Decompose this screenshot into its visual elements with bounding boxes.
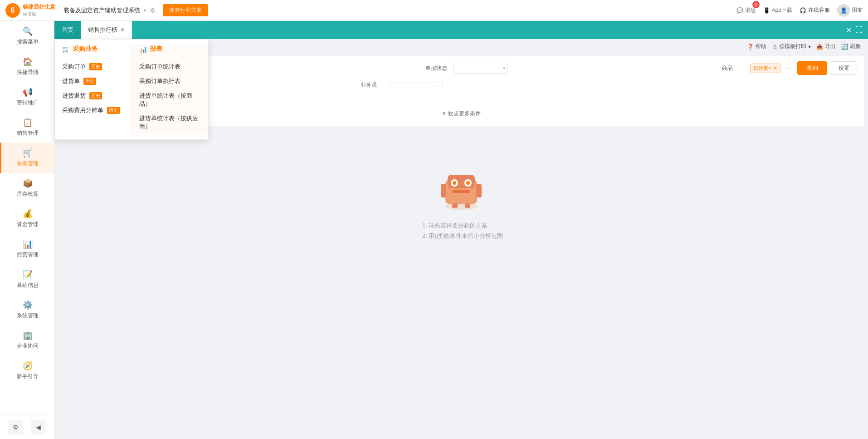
sidebar-item-quick-nav[interactable]: 🏠 快捷导航 bbox=[0, 51, 54, 82]
settings-bottom-btn[interactable]: ⚙ bbox=[9, 420, 23, 434]
svg-rect-8 bbox=[441, 184, 446, 197]
settings-icon[interactable]: ⚙ bbox=[150, 7, 156, 14]
dropdown-item-purchase-order[interactable]: 采购订单 历史 bbox=[62, 59, 124, 74]
settings-btn[interactable]: 设置 bbox=[831, 61, 857, 75]
dropdown-menu: 🛒 采购业务 采购订单 历史 进货单 历史 进货退货 历史 采购费用分摊单 历史 bbox=[54, 39, 209, 140]
sidebar-item-basic[interactable]: 📝 基础信息 bbox=[0, 264, 54, 295]
dropdown-arrow-icon[interactable]: ▾ bbox=[144, 8, 146, 13]
sidebar-label-sales: 销售管理 bbox=[17, 129, 39, 137]
print-template-btn[interactable]: 🖨 按模板打印 ▾ bbox=[772, 43, 811, 50]
collapse-btn[interactable]: ◀ bbox=[31, 420, 45, 434]
sidebar-item-search[interactable]: 🔍 搜索菜单 bbox=[0, 21, 54, 51]
history-badge-purchase-order: 历史 bbox=[89, 63, 102, 70]
voucher-status-select-wrapper: ▾ bbox=[454, 63, 508, 74]
history-badge-stock-in: 历史 bbox=[83, 78, 96, 85]
export-btn[interactable]: 📤 导出 bbox=[816, 43, 836, 50]
user-item[interactable]: 👤 用友 bbox=[837, 4, 863, 17]
dropdown-item-stock-in-stat-supplier[interactable]: 进货单统计表（按供应商） bbox=[139, 111, 201, 134]
search-icon: 🔍 bbox=[23, 26, 33, 36]
notification-item[interactable]: 💬 消息 6 bbox=[736, 6, 756, 14]
sidebar-item-stock[interactable]: 📦 库存核算 bbox=[0, 173, 54, 203]
sidebar-label-search: 搜索菜单 bbox=[17, 38, 39, 46]
top-right: 💬 消息 6 📱 App下载 🎧 在线客服 👤 用友 bbox=[736, 4, 863, 17]
sidebar-item-marketing[interactable]: 📢 营销推广 bbox=[0, 82, 54, 112]
history-badge-stock-return: 历史 bbox=[89, 92, 102, 99]
voucher-status-label: 单据状态 bbox=[425, 64, 448, 72]
goods-dots[interactable]: ··· bbox=[786, 64, 792, 72]
tab-close-btn[interactable]: ✕ bbox=[846, 26, 852, 35]
sidebar-item-system[interactable]: ⚙️ 系统管理 bbox=[0, 295, 54, 325]
dropdown-item-purchase-order-stat[interactable]: 采购订单统计表 bbox=[139, 59, 201, 74]
marketing-icon: 📢 bbox=[23, 87, 33, 97]
sidebar-label-system: 系统管理 bbox=[17, 312, 39, 320]
enterprise-icon: 🏢 bbox=[23, 330, 33, 340]
app-download-item[interactable]: 📱 App下载 bbox=[763, 6, 792, 14]
stock-in-label: 进货单 bbox=[62, 77, 80, 85]
sidebar-label-stock: 库存核算 bbox=[17, 190, 39, 198]
top-bar: 6 畅捷通好生意 标准版 装备及固定资产辅助管理系统 ▾ ⚙ 体验行业方案 💬 … bbox=[0, 0, 868, 21]
dropdown-item-stock-in[interactable]: 进货单 历史 bbox=[62, 74, 124, 89]
empty-hint-2: 用[过滤]条件来缩小分析范围 bbox=[429, 231, 502, 241]
dropdown-item-stock-return[interactable]: 进货退货 历史 bbox=[62, 89, 124, 103]
sidebar-label-enterprise: 企业协同 bbox=[17, 342, 39, 350]
online-service-item[interactable]: 🎧 在线客服 bbox=[800, 6, 830, 14]
system-title-area: 装备及固定资产辅助管理系统 ▾ ⚙ 体验行业方案 bbox=[60, 4, 736, 16]
sidebar-item-sales[interactable]: 📋 销售管理 bbox=[0, 112, 54, 143]
salesperson-label: 业务员 bbox=[361, 81, 383, 89]
empty-robot-svg bbox=[434, 166, 488, 211]
sidebar-item-enterprise[interactable]: 🏢 企业协同 bbox=[0, 325, 54, 355]
tab-sales-rank[interactable]: 销售排行榜 ✕ bbox=[81, 21, 132, 39]
tab-close-icon[interactable]: ✕ bbox=[120, 27, 125, 33]
dropdown-report-header: 📊 报表 bbox=[139, 45, 201, 55]
sidebar-item-purchase[interactable]: 🛒 采购管理 bbox=[0, 143, 54, 173]
svg-rect-9 bbox=[476, 184, 482, 197]
refresh-icon: 🔄 bbox=[841, 44, 848, 50]
basic-icon: 📝 bbox=[23, 270, 33, 280]
tab-bar: 首页 销售排行榜 ✕ ✕ ⛶ bbox=[54, 21, 868, 39]
print-dropdown-icon: ▾ bbox=[808, 44, 811, 50]
sidebar-item-finance[interactable]: 💰 资金管理 bbox=[0, 203, 54, 234]
purchase-order-exec-label: 采购订单执行表 bbox=[139, 77, 180, 85]
dropdown-report-col: 📊 报表 采购订单统计表 采购订单执行表 进货单统计表（按商品） 进货单统计表（… bbox=[132, 45, 209, 134]
refresh-btn[interactable]: 🔄 刷新 bbox=[841, 43, 861, 50]
sales-icon: 📋 bbox=[23, 118, 33, 128]
dropdown-item-purchase-order-exec[interactable]: 采购订单执行表 bbox=[139, 74, 201, 89]
svg-rect-10 bbox=[452, 203, 458, 208]
tab-expand-btn[interactable]: ⛶ bbox=[855, 26, 863, 34]
purchase-order-label: 采购订单 bbox=[62, 63, 86, 71]
purchase-icon: 🛒 bbox=[23, 148, 33, 158]
salesperson-input[interactable] bbox=[389, 83, 443, 87]
sidebar: 🔍 搜索菜单 🏠 快捷导航 📢 营销推广 📋 销售管理 🛒 采购管理 📦 库存核… bbox=[0, 21, 54, 439]
headset-icon: 🎧 bbox=[800, 7, 806, 14]
purchase-header-text: 采购业务 bbox=[73, 45, 98, 53]
dropdown-columns: 🛒 采购业务 采购订单 历史 进货单 历史 进货退货 历史 采购费用分摊单 历史 bbox=[55, 45, 208, 134]
dropdown-item-stock-in-stat-goods[interactable]: 进货单统计表（按商品） bbox=[139, 89, 201, 111]
stock-in-stat-goods-label: 进货单统计表（按商品） bbox=[139, 92, 201, 108]
stock-in-stat-supplier-label: 进货单统计表（按供应商） bbox=[139, 114, 201, 131]
sidebar-item-guide[interactable]: 🧭 新手引导 bbox=[0, 355, 54, 386]
message-icon: 💬 bbox=[736, 7, 743, 14]
sidebar-label-guide: 新手引导 bbox=[17, 373, 39, 380]
query-btn[interactable]: 查询 bbox=[797, 61, 827, 75]
collapse-up-icon: ∧ bbox=[442, 110, 446, 118]
report-header-text: 报表 bbox=[150, 45, 162, 53]
help-btn[interactable]: ❓ 帮助 bbox=[747, 43, 766, 50]
guide-icon: 🧭 bbox=[23, 361, 33, 371]
sidebar-label-operations: 经营管理 bbox=[17, 251, 39, 259]
export-icon: 📤 bbox=[816, 44, 823, 50]
empty-hint-1: 请先选择要分析的方案 bbox=[429, 220, 502, 231]
industry-btn[interactable]: 体验行业方案 bbox=[163, 4, 208, 16]
voucher-status-select[interactable] bbox=[454, 63, 508, 74]
help-icon: ❓ bbox=[747, 44, 754, 50]
sidebar-label-finance: 资金管理 bbox=[17, 221, 39, 228]
print-icon: 🖨 bbox=[772, 44, 777, 50]
sidebar-bottom: ⚙ ◀ bbox=[0, 415, 54, 439]
empty-hints: 请先选择要分析的方案 用[过滤]条件来缩小分析范围 bbox=[419, 220, 502, 242]
tab-home[interactable]: 首页 bbox=[54, 21, 81, 39]
sidebar-item-operations[interactable]: 📊 经营管理 bbox=[0, 234, 54, 264]
dropdown-item-purchase-expense[interactable]: 采购费用分摊单 历史 bbox=[62, 103, 124, 118]
empty-state: 请先选择要分析的方案 用[过滤]条件来缩小分析范围 bbox=[54, 129, 868, 278]
goods-tag-close-icon[interactable]: ✕ bbox=[773, 65, 777, 71]
stock-return-label: 进货退货 bbox=[62, 92, 86, 100]
report-header-icon: 📊 bbox=[139, 45, 147, 53]
